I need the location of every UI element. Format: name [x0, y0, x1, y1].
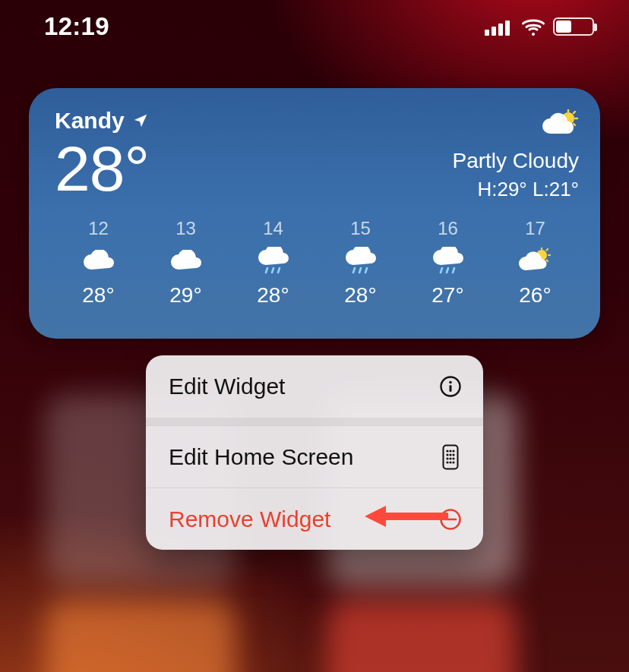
svg-point-34 — [452, 461, 454, 463]
svg-line-18 — [547, 260, 548, 262]
menu-separator — [146, 418, 483, 425]
forecast-temp: 29° — [169, 283, 201, 308]
svg-point-25 — [452, 450, 454, 452]
menu-item-edit-home-screen[interactable]: Edit Home Screen — [146, 425, 483, 487]
svg-point-32 — [446, 461, 448, 463]
forecast-hour: 13 29° — [142, 218, 229, 308]
forecast-temp: 27° — [431, 283, 463, 308]
forecast-time: 13 — [175, 218, 196, 239]
weather-widget[interactable]: Kandy 28° Partly Cloudy H:29° L:21 — [29, 88, 600, 339]
remove-icon — [438, 506, 463, 532]
forecast-hour: 17 26° — [492, 218, 579, 308]
forecast-time: 15 — [350, 218, 371, 239]
cloud-rain-icon — [257, 247, 289, 276]
cloud-rain-icon — [431, 247, 463, 276]
svg-point-27 — [449, 453, 451, 456]
cloud-icon — [169, 247, 201, 276]
svg-point-23 — [446, 450, 448, 452]
apps-grid-icon — [438, 444, 463, 470]
svg-line-3 — [574, 112, 575, 113]
forecast-time: 12 — [88, 218, 109, 239]
svg-line-10 — [365, 268, 367, 273]
forecast-hour: 12 28° — [55, 218, 142, 308]
forecast-temp: 28° — [257, 283, 289, 308]
cloud-rain-icon — [344, 247, 376, 276]
svg-point-31 — [452, 457, 454, 459]
forecast-time: 16 — [438, 218, 458, 239]
battery-icon — [553, 17, 594, 36]
svg-line-12 — [447, 268, 448, 273]
svg-line-17 — [547, 249, 548, 251]
forecast-hour: 16 27° — [404, 218, 492, 308]
weather-high-low: H:29° L:21° — [477, 178, 579, 201]
svg-line-11 — [441, 268, 442, 273]
widget-context-menu: Edit Widget Edit Home Screen Remove Widg… — [146, 355, 483, 550]
forecast-temp: 28° — [82, 283, 114, 308]
weather-current-temp: 28° — [55, 137, 149, 200]
forecast-time: 14 — [263, 218, 283, 239]
info-icon — [438, 374, 463, 399]
svg-rect-21 — [450, 385, 452, 392]
svg-rect-22 — [444, 445, 458, 469]
forecast-temp: 26° — [519, 283, 551, 308]
svg-line-5 — [266, 268, 267, 273]
hourly-forecast: 12 28° 13 29° 14 28° 15 — [55, 218, 579, 308]
partly-cloudy-icon — [518, 247, 552, 276]
menu-label: Remove Widget — [169, 506, 330, 532]
svg-line-7 — [278, 268, 280, 273]
weather-condition: Partly Cloudy — [452, 149, 579, 173]
svg-point-30 — [449, 457, 451, 459]
svg-line-9 — [359, 268, 361, 273]
svg-point-20 — [449, 381, 452, 384]
menu-label: Edit Widget — [169, 374, 285, 399]
forecast-time: 17 — [525, 218, 545, 239]
status-time: 12:19 — [44, 12, 109, 41]
svg-point-28 — [452, 453, 454, 456]
svg-point-24 — [449, 450, 451, 452]
wifi-icon — [521, 17, 545, 36]
forecast-hour: 15 28° — [317, 218, 404, 308]
menu-item-remove-widget[interactable]: Remove Widget — [146, 487, 483, 550]
svg-point-26 — [446, 453, 448, 456]
status-bar: 12:19 — [0, 0, 629, 53]
cloud-icon — [82, 247, 114, 276]
menu-label: Edit Home Screen — [169, 444, 353, 470]
svg-line-8 — [353, 268, 355, 273]
forecast-hour: 14 28° — [229, 218, 317, 308]
forecast-temp: 28° — [344, 283, 376, 308]
svg-point-29 — [446, 457, 448, 459]
partly-cloudy-icon — [542, 109, 579, 140]
location-arrow-icon — [132, 112, 149, 129]
weather-location-row: Kandy — [55, 108, 149, 134]
svg-line-13 — [453, 268, 454, 273]
svg-point-33 — [449, 461, 451, 463]
weather-location: Kandy — [55, 108, 125, 134]
svg-line-6 — [272, 268, 273, 273]
svg-line-4 — [574, 124, 575, 125]
cellular-signal-icon — [485, 17, 514, 36]
menu-item-edit-widget[interactable]: Edit Widget — [146, 355, 483, 418]
